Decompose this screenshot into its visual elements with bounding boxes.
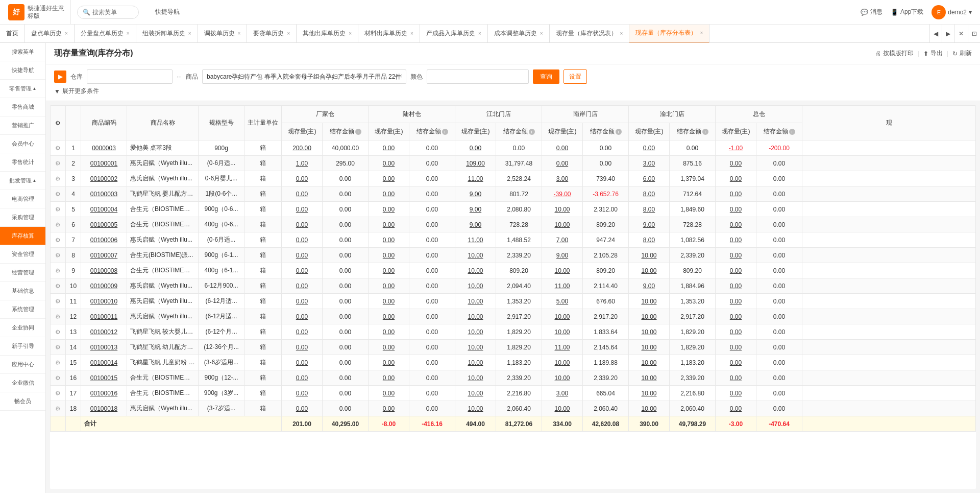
- messages-btn[interactable]: 💬 消息: [861, 8, 883, 16]
- row-settings[interactable]: ⚙: [51, 217, 66, 232]
- row-na-qty[interactable]: 9.00: [542, 248, 583, 263]
- tab-item-1[interactable]: 分量盘点单历史×: [75, 25, 136, 43]
- row-jb-qty[interactable]: 11.00: [455, 232, 496, 248]
- row-jb-qty[interactable]: 10.00: [455, 401, 496, 416]
- row-total-qty[interactable]: 0.00: [716, 156, 756, 171]
- row-jb-qty[interactable]: 9.00: [455, 186, 496, 202]
- row-jb-qty[interactable]: 10.00: [455, 386, 496, 401]
- row-na-qty[interactable]: -39.00: [542, 186, 583, 202]
- row-na-qty[interactable]: 10.00: [542, 217, 583, 232]
- row-f-qty[interactable]: 0.00: [282, 370, 323, 386]
- row-jb-qty[interactable]: 10.00: [455, 355, 496, 370]
- row-yb-qty[interactable]: 0.00: [629, 140, 670, 156]
- sidebar-item-19[interactable]: 畅会员: [0, 392, 45, 411]
- row-l-qty[interactable]: 0.00: [369, 171, 409, 186]
- row-na-qty[interactable]: 10.00: [542, 324, 583, 340]
- row-total-qty[interactable]: 0.00: [716, 324, 756, 340]
- tab-item-10[interactable]: 现存量（库存分布表）×: [629, 25, 709, 43]
- row-settings[interactable]: ⚙: [51, 202, 66, 217]
- tab-item-6[interactable]: 材料出库单历史×: [358, 25, 420, 43]
- row-jb-qty[interactable]: 10.00: [455, 278, 496, 294]
- tab-item-0[interactable]: 盘点单历史×: [25, 25, 75, 43]
- tab-next-btn[interactable]: ▶: [942, 25, 954, 43]
- row-total-qty[interactable]: 0.00: [716, 248, 756, 263]
- sidebar-item-18[interactable]: 企业微信: [0, 374, 45, 392]
- user-area[interactable]: E demo2 ▾: [932, 5, 972, 19]
- tab-close-btn-1[interactable]: ×: [127, 31, 130, 36]
- tab-item-4[interactable]: 要货单历史×: [247, 25, 297, 43]
- sidebar-item-10[interactable]: 库存核算: [0, 227, 45, 245]
- row-l-qty[interactable]: 0.00: [369, 140, 409, 156]
- row-settings[interactable]: ⚙: [51, 370, 66, 386]
- row-yb-qty[interactable]: 10.00: [629, 386, 670, 401]
- row-jb-qty[interactable]: 10.00: [455, 294, 496, 309]
- sidebar-item-5[interactable]: 会员中心: [0, 135, 45, 153]
- tab-item-8[interactable]: 成本调整单历史×: [488, 25, 550, 43]
- row-total-qty[interactable]: 0.00: [716, 232, 756, 248]
- row-l-qty[interactable]: 0.00: [369, 263, 409, 278]
- tab-prev-btn[interactable]: ◀: [929, 25, 942, 43]
- row-yb-qty[interactable]: 10.00: [629, 263, 670, 278]
- row-total-qty[interactable]: 0.00: [716, 202, 756, 217]
- tab-close-all-btn[interactable]: ✕: [954, 25, 968, 43]
- row-l-qty[interactable]: 0.00: [369, 370, 409, 386]
- sidebar-item-2[interactable]: 零售管理▲: [0, 80, 45, 98]
- row-jb-qty[interactable]: 9.00: [455, 202, 496, 217]
- tab-item-2[interactable]: 组装拆卸单历史×: [136, 25, 198, 43]
- row-settings[interactable]: ⚙: [51, 171, 66, 186]
- sidebar-item-15[interactable]: 企业协同: [0, 319, 45, 337]
- tab-close-btn-6[interactable]: ×: [410, 31, 413, 36]
- sidebar-item-7[interactable]: 批发管理▲: [0, 172, 45, 190]
- refresh-btn[interactable]: ↻ 刷新: [952, 49, 972, 58]
- row-settings[interactable]: ⚙: [51, 156, 66, 171]
- row-yb-qty[interactable]: 10.00: [629, 324, 670, 340]
- tab-item-3[interactable]: 调拨单历史×: [198, 25, 248, 43]
- row-total-qty[interactable]: 0.00: [716, 294, 756, 309]
- row-l-qty[interactable]: 0.00: [369, 340, 409, 355]
- row-yb-qty[interactable]: 8.00: [629, 232, 670, 248]
- sidebar-item-9[interactable]: 采购管理: [0, 208, 45, 227]
- warehouse-input[interactable]: [87, 69, 173, 84]
- row-f-qty[interactable]: 0.00: [282, 278, 323, 294]
- tab-close-btn-9[interactable]: ×: [620, 31, 623, 36]
- row-f-qty[interactable]: 0.00: [282, 340, 323, 355]
- row-yb-qty[interactable]: 8.00: [629, 202, 670, 217]
- sidebar-item-3[interactable]: 零售商城: [0, 98, 45, 116]
- tab-close-btn-8[interactable]: ×: [540, 31, 543, 36]
- row-f-qty[interactable]: 0.00: [282, 386, 323, 401]
- row-total-qty[interactable]: 0.00: [716, 217, 756, 232]
- row-yb-qty[interactable]: 10.00: [629, 294, 670, 309]
- color-input[interactable]: [427, 69, 529, 84]
- row-na-qty[interactable]: 0.00: [542, 140, 583, 156]
- row-total-qty[interactable]: 0.00: [716, 263, 756, 278]
- row-na-qty[interactable]: 7.00: [542, 232, 583, 248]
- row-f-qty[interactable]: 0.00: [282, 217, 323, 232]
- row-yb-qty[interactable]: 9.00: [629, 278, 670, 294]
- row-na-qty[interactable]: 11.00: [542, 340, 583, 355]
- sidebar-item-8[interactable]: 电商管理: [0, 190, 45, 208]
- row-na-qty[interactable]: 5.00: [542, 294, 583, 309]
- tab-close-btn-10[interactable]: ×: [700, 30, 703, 36]
- row-f-qty[interactable]: 0.00: [282, 263, 323, 278]
- tab-close-btn-5[interactable]: ×: [349, 31, 352, 36]
- row-jb-qty[interactable]: 10.00: [455, 340, 496, 355]
- row-settings[interactable]: ⚙: [51, 263, 66, 278]
- row-l-qty[interactable]: 0.00: [369, 186, 409, 202]
- row-jb-qty[interactable]: 0.00: [455, 140, 496, 156]
- sidebar-item-6[interactable]: 零售统计: [0, 153, 45, 172]
- search-input[interactable]: [92, 9, 133, 16]
- sidebar-item-12[interactable]: 经营管理: [0, 264, 45, 282]
- row-na-qty[interactable]: 11.00: [542, 278, 583, 294]
- row-l-qty[interactable]: 0.00: [369, 294, 409, 309]
- row-total-qty[interactable]: 0.00: [716, 401, 756, 416]
- row-f-qty[interactable]: 0.00: [282, 248, 323, 263]
- tab-expand-btn[interactable]: ⊡: [968, 25, 980, 43]
- row-total-qty[interactable]: -1.00: [716, 140, 756, 156]
- row-total-qty[interactable]: 0.00: [716, 278, 756, 294]
- row-jb-qty[interactable]: 10.00: [455, 248, 496, 263]
- row-total-qty[interactable]: 0.00: [716, 309, 756, 324]
- row-settings[interactable]: ⚙: [51, 386, 66, 401]
- row-f-qty[interactable]: 1.00: [282, 156, 323, 171]
- row-yb-qty[interactable]: 10.00: [629, 401, 670, 416]
- sidebar-item-17[interactable]: 应用中心: [0, 356, 45, 374]
